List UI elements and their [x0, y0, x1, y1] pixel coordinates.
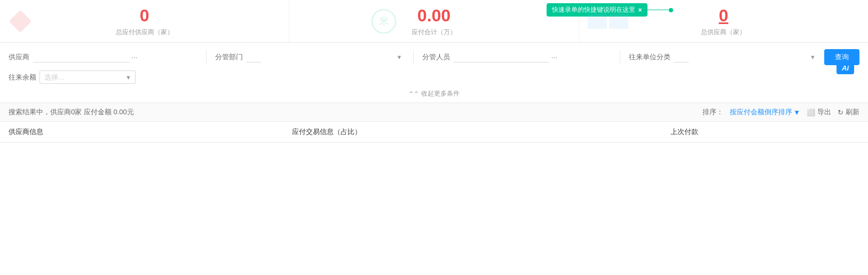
- table-header: 供应商信息 应付交易信息（占比） 上次付款: [0, 122, 868, 143]
- tooltip-close-btn[interactable]: ×: [638, 6, 642, 14]
- coin-icon: 米: [370, 7, 398, 35]
- supplier-input[interactable]: [33, 52, 129, 62]
- stat-item-suppliers: 采 0 总应付供应商（家）: [0, 0, 289, 42]
- stats-bar: 采 0 总应付供应商（家） 米 0.00 应付合计（万） 快速录单的快捷键说明在…: [0, 0, 868, 43]
- table-col-last-payment: 上次付款: [670, 127, 859, 137]
- department-select-wrapper: ▼: [246, 52, 404, 62]
- divider-2: [413, 51, 414, 64]
- table-col-payable-info: 应付交易信息（占比）: [292, 127, 670, 137]
- total-vendor-count: 0: [719, 5, 728, 26]
- supplier-dots[interactable]: ···: [131, 53, 138, 61]
- unit-class-select-wrapper: ▼: [674, 52, 818, 62]
- balance-select[interactable]: 选择...: [40, 70, 136, 84]
- export-icon: ⬜: [807, 108, 815, 116]
- supplier-label: 供应商: [9, 52, 30, 62]
- table-body: [0, 143, 868, 275]
- divider-3: [620, 51, 620, 64]
- filter-person: 分管人员 ···: [422, 52, 611, 62]
- tooltip-line: [648, 10, 669, 10]
- refresh-button[interactable]: ↻ 刷新: [838, 107, 859, 117]
- unit-class-label: 往来单位分类: [629, 52, 670, 62]
- department-label: 分管部门: [215, 52, 243, 62]
- person-input[interactable]: [453, 52, 549, 62]
- filter-supplier: 供应商 ···: [9, 52, 198, 62]
- filter-row-1: 供应商 ··· 分管部门 ▼ 分管人员 ··· 往来单位分类: [9, 49, 859, 65]
- sort-select[interactable]: 按应付会额倒序排序 ▼: [730, 107, 800, 117]
- person-label: 分管人员: [422, 52, 450, 62]
- stat-item-payable: 米 0.00 应付合计（万）: [289, 0, 579, 42]
- unit-class-select[interactable]: [674, 52, 689, 62]
- collapse-up-icon: ⌃⌃: [408, 90, 419, 98]
- svg-text:米: 米: [378, 16, 389, 27]
- diamond-logo: 采: [9, 10, 32, 33]
- payable-amount: 0.00: [417, 5, 451, 26]
- payable-amount-label: 应付合计（万）: [412, 28, 456, 37]
- divider-1: [206, 51, 207, 64]
- unit-class-arrow: ▼: [810, 54, 816, 60]
- export-button[interactable]: ⬜ 导出: [807, 107, 831, 117]
- sort-label: 排序：: [703, 107, 723, 117]
- total-suppliers-count: 0: [140, 5, 149, 26]
- department-arrow: ▼: [397, 54, 403, 60]
- collapse-button[interactable]: ⌃⌃ 收起更多条件: [408, 89, 460, 98]
- result-info: 搜索结果中，供应商0家 应付金额 0.00元: [9, 107, 134, 117]
- collapse-row: ⌃⌃ 收起更多条件: [9, 86, 859, 103]
- export-label: 导出: [817, 107, 831, 117]
- department-select[interactable]: [246, 52, 261, 62]
- filter-department: 分管部门 ▼: [215, 52, 404, 62]
- person-dots[interactable]: ···: [551, 53, 558, 61]
- balance-select-wrapper: 选择... ▼: [40, 70, 136, 84]
- result-bar: 搜索结果中，供应商0家 应付金额 0.00元 排序： 按应付会额倒序排序 ▼ ⬜…: [0, 103, 868, 122]
- result-actions: 排序： 按应付会额倒序排序 ▼ ⬜ 导出 ↻ 刷新: [703, 107, 859, 117]
- stat-item-total-vendors: 快速录单的快捷键说明在这里 × 0 总供应商（家）: [579, 0, 868, 42]
- collapse-label: 收起更多条件: [421, 89, 460, 98]
- refresh-label: 刷新: [846, 107, 859, 117]
- filter-row-2: 往来余额 选择... ▼: [9, 70, 179, 84]
- filter-bar: 供应商 ··· 分管部门 ▼ 分管人员 ··· 往来单位分类: [0, 43, 868, 103]
- sort-select-label: 按应付会额倒序排序: [730, 107, 792, 117]
- total-vendor-label: 总供应商（家）: [701, 28, 746, 37]
- tooltip-dot: [669, 8, 673, 12]
- tooltip-text: 快速录单的快捷键说明在这里: [552, 5, 635, 14]
- filter-unit-class: 往来单位分类 ▼: [629, 52, 818, 62]
- sort-arrow-icon: ▼: [793, 108, 800, 116]
- table-col-supplier-info: 供应商信息: [9, 127, 292, 137]
- ai-badge[interactable]: Ai: [837, 62, 854, 74]
- refresh-icon: ↻: [838, 108, 843, 116]
- balance-label: 往来余额: [9, 73, 36, 82]
- total-suppliers-label: 总应付供应商（家）: [116, 28, 173, 37]
- svg-text:采: 采: [17, 17, 25, 26]
